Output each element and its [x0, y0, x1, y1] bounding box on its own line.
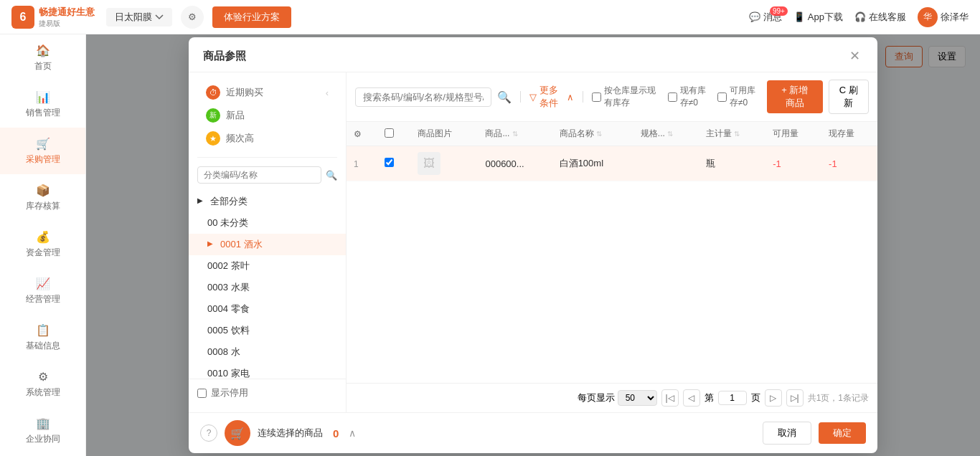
refresh-button[interactable]: C 刷新	[829, 80, 869, 114]
quick-item-frequent[interactable]: ★ 频次高	[197, 127, 337, 150]
col-stock: 现存量	[821, 122, 877, 146]
sidebar-item-home[interactable]: 🏠 首页	[0, 34, 85, 81]
col-spec[interactable]: 规格... ⇅	[633, 122, 699, 146]
checkbox-stock-input[interactable]	[668, 92, 677, 102]
product-table: ⚙ 商品图片 商品... ⇅ 商品名称 ⇅ 规格... ⇅ 主计量 ⇅ 可用量	[347, 122, 877, 181]
sidebar-item-purchase[interactable]: 🛒 采购管理	[0, 128, 85, 174]
filter-arrow-icon: ∧	[567, 92, 574, 103]
footer-collapse-arrow[interactable]: ∧	[349, 427, 356, 439]
confirm-button[interactable]: 确定	[819, 422, 866, 444]
cell-name: 白酒100ml	[552, 146, 633, 181]
sidebar-item-finance[interactable]: 💰 资金管理	[0, 221, 85, 267]
tree-item-cat0004[interactable]: 0004 零食	[189, 298, 346, 320]
star-icon: ★	[206, 131, 220, 146]
sidebar-item-operation[interactable]: 📈 经营管理	[0, 267, 85, 314]
show-disabled-row: 显示停用	[189, 379, 346, 407]
category-tree: ▶ 全部分类 00 未分类 ▶ 0001 酒水 0002 茶	[189, 188, 346, 379]
row-checkbox[interactable]	[385, 158, 394, 167]
more-filter-button[interactable]: ▽ 更多条件 ∧	[529, 84, 575, 110]
purchase-icon: 🛒	[36, 136, 50, 151]
system-icon: ⚙	[36, 369, 50, 384]
per-page-select[interactable]: 50 100	[618, 390, 657, 406]
search-button[interactable]: 🔍	[497, 90, 512, 104]
table-row[interactable]: 1 🖼 000600... 白酒100ml	[347, 146, 877, 181]
content-area: 查询 设置 商品参照 ✕	[86, 34, 980, 456]
message-icon: 💬	[749, 11, 760, 22]
col-checkbox[interactable]	[377, 122, 410, 146]
cell-spec	[633, 146, 699, 181]
cell-stock: -1	[821, 146, 877, 181]
checkbox-available-input[interactable]	[717, 92, 727, 102]
select-all-checkbox[interactable]	[385, 128, 394, 138]
product-search-input[interactable]	[355, 87, 491, 107]
pagination: 每页显示 50 100 |◁ ◁ 第 页 ▷	[347, 383, 877, 412]
last-page-button[interactable]: ▷|	[786, 389, 804, 407]
home-icon: 🏠	[36, 43, 50, 57]
prev-page-button[interactable]: ◁	[683, 389, 700, 407]
page-number-input[interactable]	[718, 391, 747, 405]
checkbox-stock-nonzero[interactable]: 现有库存≠0	[668, 85, 712, 109]
online-service-btn[interactable]: 🎧 在线客服	[854, 11, 906, 24]
tree-item-uncategorized[interactable]: 00 未分类	[189, 212, 346, 234]
help-button[interactable]: ?	[200, 424, 217, 442]
sidebar-item-system[interactable]: ⚙ 系统管理	[0, 361, 85, 407]
sidebar-item-enterprise[interactable]: 🏢 企业协同	[0, 407, 85, 454]
experience-button[interactable]: 体验行业方案	[212, 6, 291, 28]
separator	[520, 91, 521, 103]
chevron-down-icon	[155, 13, 164, 22]
tree-item-all[interactable]: ▶ 全部分类	[189, 191, 346, 212]
product-thumbnail: 🖼	[418, 152, 440, 175]
gear-button[interactable]: ⚙	[181, 6, 204, 29]
col-image: 商品图片	[410, 122, 479, 146]
close-button[interactable]: ✕	[846, 47, 863, 65]
category-search-input[interactable]	[197, 166, 321, 184]
top-navbar: 6 畅捷通好生意 捷易版 日太阳膜 ⚙ 体验行业方案 💬 消息 99+ 📱 Ap…	[0, 0, 980, 34]
col-unit[interactable]: 主计量 ⇅	[699, 122, 766, 146]
quick-section: ⏱ 近期购买 ‹ 新 新品 ★ 频次高	[189, 78, 346, 153]
checkbox-available-nonzero[interactable]: 可用库存≠0	[717, 85, 761, 109]
modal-overlay: 商品参照 ✕ ⏱ 近期购买 ‹	[86, 34, 980, 456]
tree-item-cat0010[interactable]: 0010 家电	[189, 363, 346, 379]
logo-text: 畅捷通好生意 捷易版	[39, 6, 95, 29]
dialog-header: 商品参照 ✕	[189, 37, 877, 72]
cart-button[interactable]: 🛒	[225, 420, 250, 446]
col-name[interactable]: 商品名称 ⇅	[552, 122, 633, 146]
tree-item-cat0005[interactable]: 0005 饮料	[189, 320, 346, 341]
product-reference-dialog: 商品参照 ✕ ⏱ 近期购买 ‹	[189, 37, 877, 453]
total-text: 共1页，1条记录	[808, 392, 869, 404]
show-disabled-checkbox[interactable]	[197, 389, 207, 398]
sidebar-item-basic[interactable]: 📋 基础信息	[0, 314, 85, 361]
app-download-btn[interactable]: 📱 App下载	[793, 11, 843, 24]
store-dropdown[interactable]: 日太阳膜	[106, 8, 172, 27]
sidebar-item-sales[interactable]: 📊 销售管理	[0, 81, 85, 128]
tree-item-cat0001[interactable]: ▶ 0001 酒水	[189, 234, 346, 255]
cancel-button[interactable]: 取消	[763, 422, 811, 445]
first-page-button[interactable]: |◁	[661, 389, 679, 407]
avatar: 华	[918, 7, 938, 27]
divider	[197, 157, 337, 158]
col-settings[interactable]: ⚙	[347, 122, 377, 146]
add-product-button[interactable]: + 新增商品	[767, 80, 822, 113]
col-code[interactable]: 商品... ⇅	[478, 122, 552, 146]
category-search-icon[interactable]: 🔍	[326, 170, 337, 181]
main-layout: 🏠 首页 📊 销售管理 🛒 采购管理 📦 库存核算 💰 资金管理 📈 经营管理 …	[0, 34, 980, 456]
message-btn[interactable]: 💬 消息 99+	[749, 11, 782, 24]
tree-item-cat0008[interactable]: 0008 水	[189, 341, 346, 363]
checkbox-warehouse-input[interactable]	[592, 92, 601, 102]
inventory-icon: 📦	[36, 183, 50, 197]
cell-unit: 瓶	[699, 146, 766, 181]
tree-item-cat0003[interactable]: 0003 水果	[189, 277, 346, 298]
sidebar-item-inventory[interactable]: 📦 库存核算	[0, 174, 85, 221]
checkbox-warehouse[interactable]: 按仓库显示现有库存	[592, 85, 662, 109]
user-menu[interactable]: 华 徐泽华	[918, 7, 969, 27]
quick-item-recent[interactable]: ⏱ 近期购买 ‹	[197, 81, 337, 104]
quick-item-new[interactable]: 新 新品	[197, 104, 337, 127]
next-page-button[interactable]: ▷	[765, 389, 782, 407]
new-icon: 新	[206, 108, 220, 123]
product-table-container: ⚙ 商品图片 商品... ⇅ 商品名称 ⇅ 规格... ⇅ 主计量 ⇅ 可用量	[347, 122, 877, 383]
cell-checkbox[interactable]	[377, 146, 410, 181]
tree-item-cat0002[interactable]: 0002 茶叶	[189, 255, 346, 277]
finance-icon: 💰	[36, 229, 50, 244]
clock-icon: ⏱	[206, 85, 220, 100]
arrow-icon-active: ▶	[207, 239, 217, 250]
